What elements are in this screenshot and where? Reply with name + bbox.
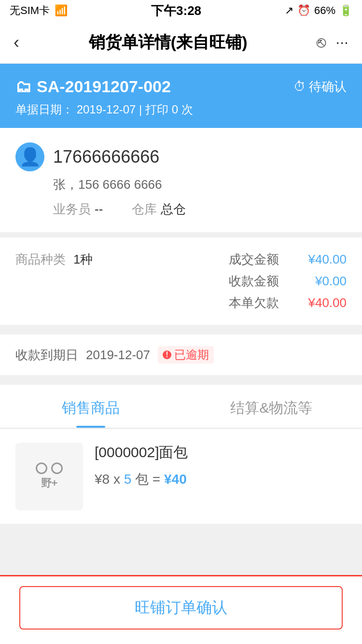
payment-row: 收款金额 ¥0.00 [229,273,347,290]
tab-sales-label: 销售商品 [62,400,120,416]
status-bar: 无SIM卡 📶 下午3:28 ↗ ⏰ 66% 🔋 [0,0,362,21]
eye-right [51,462,63,474]
product-quantity: 5 [124,472,132,487]
divider-1 [0,233,362,238]
price-per-unit: ¥8 [95,472,110,487]
product-info: [0000002]面包 ¥8 x 5 包 = ¥40 [95,443,347,489]
order-date-row: 单据日期： 2019-12-07 | 打印 0 次 [15,102,347,117]
nav-bar: ‹ 销货单详情(来自旺铺) ⎋ ··· [0,21,362,64]
order-id: 🗂 SA-20191207-002 [15,77,171,96]
print-count: 0 [172,103,178,116]
stats-section: 商品种类 1种 成交金额 ¥40.00 收款金额 ¥0.00 本单欠款 ¥40.… [0,238,362,330]
order-icon: 🗂 [15,77,32,96]
overdue-badge: ! 已逾期 [158,346,214,364]
customer-section: 👤 17666666666 张，156 6666 6666 业务员 -- 仓库 … [0,128,362,233]
tabs-section: 销售商品 结算&物流等 [0,385,362,428]
print-label: | 打印 [139,103,168,116]
nav-actions: ⎋ ··· [317,33,348,51]
customer-top: 👤 17666666666 [15,142,347,171]
order-id-text: SA-20191207-002 [37,77,171,96]
customer-meta: 业务员 -- 仓库 总仓 [53,201,347,218]
overdue-dot: ! [163,350,171,359]
eye-left [36,462,47,474]
due-date: 2019-12-07 [86,348,150,363]
avatar-icon: 👤 [19,147,41,167]
payment-label: 收款金额 [229,273,279,290]
owed-label: 本单欠款 [229,294,279,311]
status-icon: ⏱ [293,79,306,94]
due-label: 收款到期日 [15,347,78,364]
tab-settlement[interactable]: 结算&物流等 [181,385,362,428]
product-type-label: 商品种类 [15,251,66,268]
customer-info: 张，156 6666 6666 [53,176,347,193]
owed-row: 本单欠款 ¥40.00 [229,294,347,311]
carrier-label: 无SIM卡 [10,3,50,18]
date-label: 单据日期： [15,103,73,116]
date-value: 2019-12-07 [77,103,136,116]
equals-sign: = [153,472,164,487]
order-banner-top: 🗂 SA-20191207-002 ⏱ 待确认 [15,77,347,96]
confirm-button[interactable]: 旺铺订单确认 [19,586,343,630]
customer-phone: 17666666666 [53,147,159,167]
product-total: ¥40 [164,472,187,487]
print-unit: 次 [181,103,193,116]
status-time: 下午3:28 [151,2,201,19]
warehouse-value: 总仓 [161,201,186,218]
sales-meta: 业务员 -- [53,201,103,218]
confirm-button-container: 旺铺订单确认 [0,575,362,644]
page-title: 销货单详情(来自旺铺) [89,31,248,54]
product-unit: 包 [135,472,149,487]
order-banner: 🗂 SA-20191207-002 ⏱ 待确认 单据日期： 2019-12-07… [0,64,362,128]
avatar: 👤 [15,142,44,171]
due-section: 收款到期日 2019-12-07 ! 已逾期 [0,335,362,380]
tab-sales-products[interactable]: 销售商品 [0,385,181,428]
tab-settlement-label: 结算&物流等 [230,400,312,416]
logo-plus: 野+ [41,476,58,490]
multiply-sign: x [113,472,124,487]
product-price: ¥8 x 5 包 = ¥40 [95,470,347,489]
product-type-value: 1种 [73,251,93,268]
sales-value: -- [95,202,103,217]
order-status: ⏱ 待确认 [293,78,347,95]
share-button[interactable]: ⎋ [317,33,326,51]
transaction-label: 成交金额 [229,251,279,268]
product-item: 野+ [0000002]面包 ¥8 x 5 包 = ¥40 [15,443,347,510]
product-section: 野+ [0000002]面包 ¥8 x 5 包 = ¥40 [0,429,362,524]
payment-value: ¥0.00 [289,274,347,289]
divider-3 [0,380,362,385]
divider-2 [0,330,362,335]
status-left: 无SIM卡 📶 [10,3,68,18]
warehouse-meta: 仓库 总仓 [132,201,186,218]
product-type-stat: 商品种类 1种 [15,251,93,268]
owed-value: ¥40.00 [289,295,347,310]
battery-icon: 🔋 [339,4,352,17]
logo-eyes [36,462,63,474]
product-logo: 野+ [36,462,63,490]
more-button[interactable]: ··· [335,33,348,51]
location-icon: ↗ [285,4,293,17]
overdue-text: 已逾期 [174,347,209,363]
status-text: 待确认 [309,78,347,95]
product-image: 野+ [15,443,83,510]
status-right: ↗ ⏰ 66% 🔋 [285,4,352,17]
financial-stats: 成交金额 ¥40.00 收款金额 ¥0.00 本单欠款 ¥40.00 [229,251,347,311]
warehouse-label: 仓库 [132,201,157,218]
alarm-icon: ⏰ [297,4,310,17]
battery-label: 66% [314,4,335,17]
wifi-icon: 📶 [55,4,68,17]
transaction-row: 成交金额 ¥40.00 [229,251,347,268]
transaction-value: ¥40.00 [289,252,347,267]
sales-label: 业务员 [53,201,91,218]
product-name: [0000002]面包 [95,443,347,462]
back-button[interactable]: ‹ [14,32,19,53]
